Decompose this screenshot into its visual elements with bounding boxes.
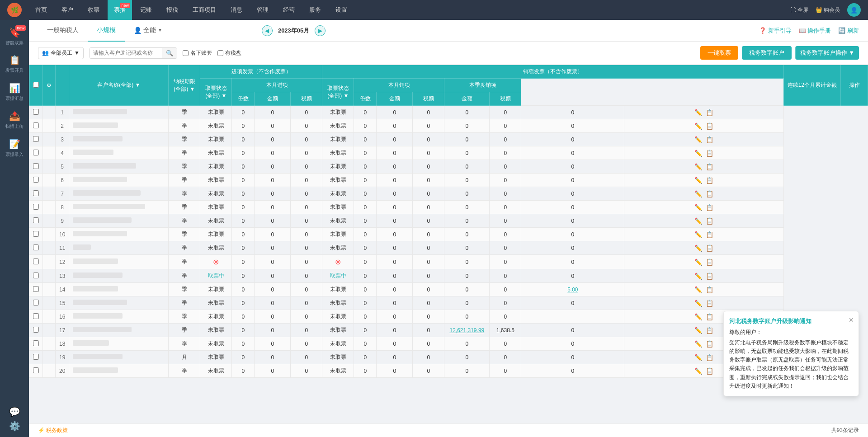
row-checkbox-input[interactable] bbox=[33, 273, 39, 278]
search-input[interactable] bbox=[90, 48, 162, 58]
copy-icon[interactable]: 📋 bbox=[706, 204, 713, 211]
row-checkbox-input[interactable] bbox=[33, 367, 39, 373]
sidebar-item-scan[interactable]: 📤 扫描上传 bbox=[1, 107, 28, 133]
tax-policy-link[interactable]: ⚡ 税务政策 bbox=[38, 427, 68, 434]
sidebar-chat-icon[interactable]: 💬 bbox=[9, 406, 20, 417]
copy-icon[interactable]: 📋 bbox=[706, 300, 713, 307]
copy-icon[interactable]: 📋 bbox=[706, 286, 713, 293]
sidebar-settings-icon[interactable]: ⚙️ bbox=[9, 421, 20, 432]
edit-icon[interactable]: ✏️ bbox=[694, 217, 702, 225]
next-month-btn[interactable]: ▶ bbox=[315, 25, 326, 36]
fullscreen-btn[interactable]: ⛶ 全屏 bbox=[790, 6, 808, 14]
edit-icon[interactable]: ✏️ bbox=[694, 244, 702, 252]
tab-small-scale[interactable]: 小规模 bbox=[88, 20, 125, 42]
prev-month-btn[interactable]: ◀ bbox=[262, 25, 273, 36]
copy-icon[interactable]: 📋 bbox=[706, 231, 713, 238]
row-checkbox-input[interactable] bbox=[33, 340, 39, 346]
edit-icon[interactable]: ✏️ bbox=[694, 190, 702, 197]
row-checkbox-input[interactable] bbox=[33, 286, 39, 292]
copy-icon[interactable]: 📋 bbox=[706, 367, 713, 375]
manual-btn[interactable]: 📖 操作手册 bbox=[799, 27, 831, 35]
copy-icon[interactable]: 📋 bbox=[706, 244, 713, 252]
edit-icon[interactable]: ✏️ bbox=[694, 354, 702, 361]
row-checkbox-input[interactable] bbox=[33, 177, 39, 183]
nav-tax[interactable]: 报税 bbox=[160, 0, 184, 20]
copy-icon[interactable]: 📋 bbox=[706, 150, 713, 157]
edit-icon[interactable]: ✏️ bbox=[694, 273, 702, 280]
employee-select[interactable]: 👥 全部员工 ▼ bbox=[38, 47, 84, 59]
edit-icon[interactable]: ✏️ bbox=[694, 136, 702, 143]
row-checkbox-input[interactable] bbox=[33, 244, 39, 250]
nav-bookkeeping[interactable]: 记账 bbox=[134, 0, 158, 20]
copy-icon[interactable]: 📋 bbox=[706, 177, 713, 184]
new-guide-btn[interactable]: ❓ 新手引导 bbox=[759, 27, 792, 35]
sidebar-item-smart-fetch[interactable]: 🔖 智能取票 new bbox=[1, 23, 28, 49]
edit-icon[interactable]: ✏️ bbox=[694, 177, 702, 184]
edit-icon[interactable]: ✏️ bbox=[694, 109, 702, 116]
copy-icon[interactable]: 📋 bbox=[706, 122, 713, 130]
edit-icon[interactable]: ✏️ bbox=[694, 150, 702, 157]
tab-general-taxpayer[interactable]: 一般纳税人 bbox=[38, 20, 88, 42]
th-in-status[interactable]: 取票状态(全部) ▼ bbox=[200, 79, 232, 106]
checkbox-account-input[interactable] bbox=[183, 50, 189, 56]
tab-all-capable[interactable]: 👤 全能 ▼ bbox=[125, 20, 171, 42]
row-checkbox-input[interactable] bbox=[33, 327, 39, 333]
data-table-wrapper[interactable]: ⚙ 客户名称(全部) ▼ 纳税期限(全部) ▼ 进项发票（不含作废票） 销项发票… bbox=[29, 65, 868, 423]
row-checkbox-input[interactable] bbox=[33, 163, 39, 169]
sidebar-item-invoice-open[interactable]: 📋 发票开具 bbox=[1, 51, 28, 77]
edit-icon[interactable]: ✏️ bbox=[694, 163, 702, 170]
row-checkbox-input[interactable] bbox=[33, 231, 39, 237]
row-checkbox-input[interactable] bbox=[33, 136, 39, 142]
row-checkbox-input[interactable] bbox=[33, 258, 39, 264]
row-checkbox-input[interactable] bbox=[33, 300, 39, 305]
member-btn[interactable]: 👑 购会员 bbox=[816, 6, 840, 14]
sidebar-item-summary[interactable]: 📊 票据汇总 bbox=[1, 79, 28, 105]
notification-close-btn[interactable]: ✕ bbox=[849, 315, 854, 325]
edit-icon[interactable]: ✏️ bbox=[694, 300, 702, 307]
row-checkbox-input[interactable] bbox=[33, 313, 39, 319]
nav-operations[interactable]: 经营 bbox=[277, 0, 301, 20]
checkbox-account[interactable]: 名下账套 bbox=[183, 49, 212, 57]
copy-icon[interactable]: 📋 bbox=[706, 190, 713, 197]
ret-amount-link[interactable]: 12,621,319.99 bbox=[449, 327, 484, 334]
user-avatar[interactable]: 👤 bbox=[847, 3, 861, 17]
one-click-fetch-btn[interactable]: 一键取票 bbox=[700, 46, 738, 60]
nav-message[interactable]: 消息 bbox=[224, 0, 249, 20]
th-customer[interactable]: 客户名称(全部) ▼ bbox=[69, 65, 169, 106]
edit-icon[interactable]: ✏️ bbox=[694, 122, 702, 130]
refresh-btn[interactable]: 🔄 刷新 bbox=[838, 27, 859, 35]
select-all-checkbox[interactable] bbox=[33, 82, 39, 88]
edit-icon[interactable]: ✏️ bbox=[694, 367, 702, 375]
edit-icon[interactable]: ✏️ bbox=[694, 286, 702, 293]
checkbox-taxpad[interactable]: 有税盘 bbox=[217, 49, 241, 57]
tax-digital-account-dropdown[interactable]: 税务数字账户操作 ▼ bbox=[795, 46, 859, 60]
copy-icon[interactable]: 📋 bbox=[706, 354, 713, 361]
row-checkbox-input[interactable] bbox=[33, 150, 39, 155]
nav-manage[interactable]: 管理 bbox=[250, 0, 275, 20]
row-checkbox-input[interactable] bbox=[33, 109, 39, 115]
row-checkbox-input[interactable] bbox=[33, 204, 39, 210]
copy-icon[interactable]: 📋 bbox=[706, 163, 713, 170]
copy-icon[interactable]: 📋 bbox=[706, 313, 713, 320]
checkbox-taxpad-input[interactable] bbox=[217, 50, 223, 56]
copy-icon[interactable]: 📋 bbox=[706, 109, 713, 116]
cumulative-link[interactable]: 5.00 bbox=[567, 287, 578, 293]
copy-icon[interactable]: 📋 bbox=[706, 327, 713, 334]
nav-receive[interactable]: 收票 bbox=[81, 0, 106, 20]
nav-invoice[interactable]: 票据 new bbox=[108, 0, 132, 20]
edit-icon[interactable]: ✏️ bbox=[694, 204, 702, 211]
nav-home[interactable]: 首页 bbox=[29, 0, 53, 20]
nav-business[interactable]: 工商项目 bbox=[186, 0, 222, 20]
copy-icon[interactable]: 📋 bbox=[706, 340, 713, 348]
sidebar-item-entry[interactable]: 📝 票据录入 bbox=[1, 135, 28, 161]
nav-customer[interactable]: 客户 bbox=[55, 0, 80, 20]
copy-icon[interactable]: 📋 bbox=[706, 273, 713, 280]
edit-icon[interactable]: ✏️ bbox=[694, 231, 702, 238]
row-checkbox-input[interactable] bbox=[33, 122, 39, 128]
nav-settings[interactable]: 设置 bbox=[329, 0, 354, 20]
th-out-status[interactable]: 取票状态(全部) ▼ bbox=[322, 79, 354, 106]
edit-icon[interactable]: ✏️ bbox=[694, 340, 702, 348]
edit-icon[interactable]: ✏️ bbox=[694, 313, 702, 320]
copy-icon[interactable]: 📋 bbox=[706, 136, 713, 143]
row-checkbox-input[interactable] bbox=[33, 217, 39, 223]
